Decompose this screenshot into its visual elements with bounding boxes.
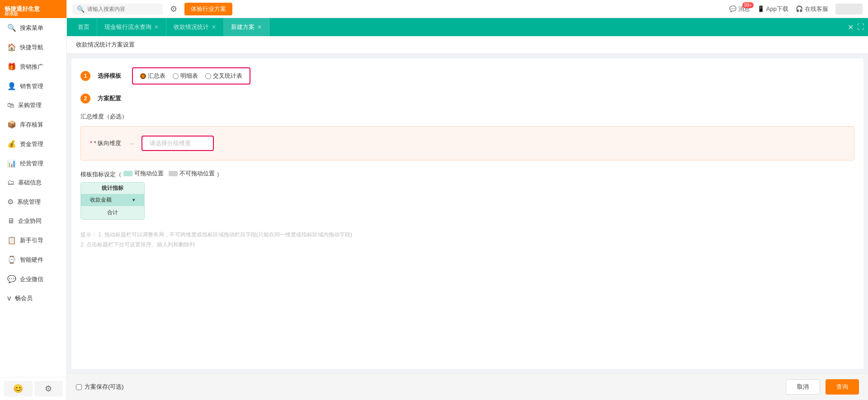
topbar-right: 💬 消息 99+ 📱 App下载 🎧 在线客服 bbox=[729, 4, 863, 14]
sidebar-item-label: 资金管理 bbox=[20, 140, 43, 148]
chart-icon: 📊 bbox=[7, 159, 16, 168]
tab-close-all-icon[interactable]: ✕ bbox=[848, 23, 854, 32]
hint-line-2: 2. 点击标题栏下拉可设置排序、插入列和删除列 bbox=[80, 240, 854, 250]
sidebar-item-sales[interactable]: 👤 销售管理 bbox=[0, 76, 66, 96]
settings-icon[interactable]: ⚙ bbox=[170, 4, 177, 14]
radio-summary[interactable]: 汇总表 bbox=[140, 72, 165, 80]
dimension-title-text: 汇总维度（必选） bbox=[80, 113, 127, 120]
footer-actions: 取消 查询 bbox=[786, 379, 859, 395]
step2-label: 方案配置 bbox=[98, 94, 121, 103]
sidebar-item-funds[interactable]: 💰 资金管理 bbox=[0, 134, 66, 154]
service-icon: 🎧 bbox=[796, 5, 803, 12]
sidebar-item-label: 销售管理 bbox=[20, 82, 43, 90]
monitor-icon: 🖥 bbox=[7, 217, 14, 225]
legend-fixed-label: 不可拖动位置 bbox=[179, 169, 215, 178]
sidebar-item-label: 采购管理 bbox=[18, 101, 42, 109]
gift-icon: 🎁 bbox=[7, 62, 16, 71]
tab-new-plan-label: 新建方案 bbox=[231, 23, 255, 31]
radio-detail[interactable]: 明细表 bbox=[173, 72, 198, 80]
tab-collection-stats-close[interactable]: ✕ bbox=[212, 24, 216, 30]
chevron-down-icon[interactable]: ▾ bbox=[132, 197, 135, 203]
sidebar-logo: 畅捷通好生意 标准版 bbox=[0, 0, 66, 18]
sidebar-item-label: 新手引导 bbox=[20, 236, 43, 245]
radio-cross-input[interactable] bbox=[205, 73, 211, 79]
indicators-label-text: 模板指标设定（ 可拖动位置 不可拖动位置 ） bbox=[80, 169, 222, 179]
tab-collection-stats-label: 收款情况统计 bbox=[174, 23, 209, 31]
tab-bank-flow[interactable]: 现金银行流水查询 ✕ bbox=[97, 18, 166, 36]
sidebar-item-purchase[interactable]: 🛍 采购管理 bbox=[0, 96, 66, 115]
sidebar-item-newbie[interactable]: 📋 新手引导 bbox=[0, 231, 66, 250]
sidebar-item-smart-hw[interactable]: ⌚ 智能硬件 bbox=[0, 250, 66, 269]
tab-home-label: 首页 bbox=[78, 23, 90, 31]
tabbar-actions: ✕ ⛶ bbox=[848, 23, 864, 32]
sidebar-item-wechat[interactable]: 💬 企业微信 bbox=[0, 269, 66, 289]
app-download-item[interactable]: 📱 App下载 bbox=[757, 5, 788, 13]
sidebar-item-enterprise[interactable]: 🖥 企业协同 bbox=[0, 212, 66, 231]
sidebar-item-label: 智能硬件 bbox=[20, 256, 43, 264]
sidebar-bottom-btn2[interactable]: ⚙ bbox=[34, 381, 63, 396]
sidebar-bottom-btn1[interactable]: 😊 bbox=[4, 381, 33, 396]
search-menu-icon: 🔍 bbox=[7, 24, 16, 32]
user-avatar[interactable] bbox=[835, 4, 863, 14]
tab-maximize-icon[interactable]: ⛶ bbox=[857, 23, 864, 31]
sidebar-item-inventory[interactable]: 📦 库存核算 bbox=[0, 115, 66, 134]
industry-btn[interactable]: 体验行业方案 bbox=[184, 3, 232, 15]
tab-home[interactable]: 首页 bbox=[71, 18, 97, 36]
message-badge-item[interactable]: 💬 消息 99+ bbox=[729, 5, 750, 13]
radio-summary-label: 汇总表 bbox=[148, 72, 165, 80]
gear-icon: ⚙ bbox=[7, 198, 14, 206]
tab-new-plan-close[interactable]: ✕ bbox=[257, 24, 262, 30]
sidebar-item-operations[interactable]: 📊 经营管理 bbox=[0, 154, 66, 173]
sidebar-item-system[interactable]: ⚙ 系统管理 bbox=[0, 192, 66, 212]
search-input[interactable] bbox=[87, 6, 151, 12]
sidebar-item-label: 系统管理 bbox=[17, 198, 41, 206]
sidebar-item-marketing[interactable]: 🎁 营销推广 bbox=[0, 57, 66, 76]
step1-badge: 1 bbox=[80, 71, 90, 81]
radio-cross[interactable]: 交叉统计表 bbox=[205, 72, 242, 80]
confirm-button[interactable]: 查询 bbox=[826, 379, 859, 395]
dim-row-label: * 纵向维度 bbox=[94, 140, 122, 146]
legend-movable-label: 可拖动位置 bbox=[134, 169, 164, 178]
stats-block-total: 合计 bbox=[81, 206, 144, 219]
main-area: 🔍 ⚙ 体验行业方案 💬 消息 99+ 📱 App下载 🎧 在线客服 首页 bbox=[67, 0, 868, 400]
folder-icon: 🗂 bbox=[7, 179, 14, 187]
dim-selector[interactable]: 请选择分组维度 bbox=[142, 136, 214, 151]
stats-block-header: 统计指标 bbox=[81, 183, 144, 194]
tab-collection-stats[interactable]: 收款情况统计 ✕ bbox=[166, 18, 224, 36]
sidebar-item-label: 企业协同 bbox=[18, 217, 42, 225]
dim-placeholder: 请选择分组维度 bbox=[150, 140, 191, 146]
sidebar-item-basic-info[interactable]: 🗂 基础信息 bbox=[0, 173, 66, 192]
page-title: 收款情况统计方案设置 bbox=[76, 41, 135, 48]
legend-movable-box bbox=[123, 171, 132, 176]
indicators-label-row: 模板指标设定（ 可拖动位置 不可拖动位置 ） bbox=[80, 169, 854, 179]
stats-block: 统计指标 收款金额 ▾ 合计 bbox=[80, 182, 145, 220]
sidebar-item-quick-nav[interactable]: 🏠 快捷导航 bbox=[0, 38, 66, 57]
sidebar-item-search-menu[interactable]: 🔍 搜索菜单 bbox=[0, 18, 66, 38]
legend-fixed-container: 不可拖动位置 bbox=[169, 169, 215, 178]
page-footer: 方案保存(可选) 取消 查询 bbox=[67, 373, 868, 400]
tab-bank-flow-close[interactable]: ✕ bbox=[154, 24, 159, 30]
save-checkbox[interactable] bbox=[76, 384, 82, 390]
save-checkbox-label[interactable]: 方案保存(可选) bbox=[76, 383, 124, 391]
sidebar-item-label: 经营管理 bbox=[20, 160, 43, 168]
online-service-item[interactable]: 🎧 在线客服 bbox=[796, 5, 828, 13]
cancel-button[interactable]: 取消 bbox=[786, 379, 820, 395]
dimension-row: * * 纵向维度 → 请选择分组维度 bbox=[90, 136, 845, 151]
download-icon: 📱 bbox=[757, 5, 764, 12]
box-icon: 📦 bbox=[7, 120, 16, 129]
hint-line-1: 提示： 1. 拖动标题栏可以调整布局，不可跨维度或指标区域拖动栏目字段(只能在同… bbox=[80, 230, 854, 240]
message-count-badge: 99+ bbox=[742, 2, 754, 8]
config-section: 汇总维度（必选） * * 纵向维度 → 请选择分组维度 bbox=[80, 113, 854, 249]
stats-block-subheader[interactable]: 收款金额 ▾ bbox=[81, 194, 144, 206]
sidebar-item-label: 快捷导航 bbox=[20, 43, 43, 52]
section-container: 1 选择模板 汇总表 明细表 交叉统计表 bbox=[71, 58, 863, 369]
indicators-config: 模板指标设定（ 可拖动位置 不可拖动位置 ） bbox=[80, 169, 854, 221]
radio-summary-input[interactable] bbox=[140, 73, 146, 79]
sidebar-item-label: 企业微信 bbox=[20, 275, 43, 283]
tab-new-plan[interactable]: 新建方案 ✕ bbox=[224, 18, 269, 36]
topbar-search-box[interactable]: 🔍 bbox=[72, 4, 163, 14]
radio-detail-input[interactable] bbox=[173, 73, 179, 79]
sidebar-item-member[interactable]: V 畅会员 bbox=[0, 289, 66, 308]
person-icon: 👤 bbox=[7, 82, 16, 90]
money-icon: 💰 bbox=[7, 140, 16, 148]
